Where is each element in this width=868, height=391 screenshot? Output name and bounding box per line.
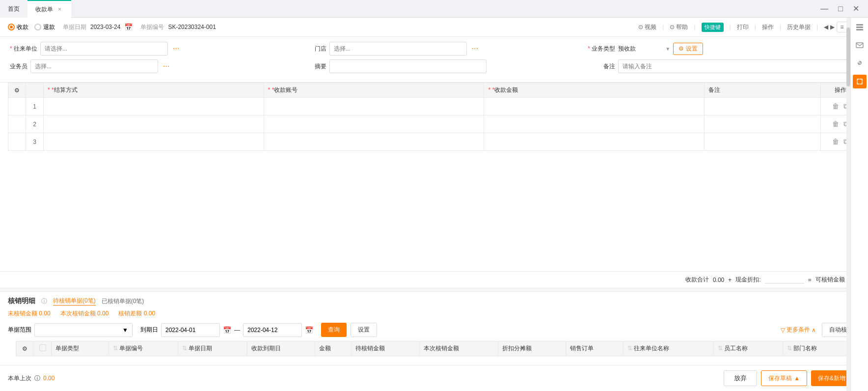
pending-tab[interactable]: 待核销单据(0笔) [53,297,96,306]
row-3-num: 3 [26,133,44,151]
close-btn[interactable]: ✕ [850,3,862,14]
col-department: ⇅ 部门名称 [783,341,852,356]
store-more-btn[interactable]: ··· [470,44,480,53]
date-to-value: 2022-04-12 [247,327,277,334]
summary-field: 摘要 [297,59,571,73]
next-btn[interactable]: ▶ [830,22,835,32]
col-note: 备注 [705,83,821,98]
row-2-note[interactable] [705,115,821,133]
counterparty-field: 往来单位 ··· [8,42,282,56]
range-select[interactable]: ▼ [34,323,133,337]
info-icon-footer[interactable]: ⓘ [34,374,40,383]
counterparty-label: 往来单位 [8,45,37,53]
sidebar-expand-icon[interactable] [853,75,867,88]
date-from-input[interactable]: 2022-04-01 [161,323,220,337]
abandon-btn[interactable]: 放弃 [724,370,757,386]
row-1-amount[interactable] [484,98,705,115]
row-2-delete-icon[interactable]: 🗑 [832,120,839,128]
date-from-value: 2022-04-01 [165,327,195,334]
form-row-2: 业务员 ··· 摘要 备注 [8,59,860,73]
tab-close[interactable]: × [56,0,63,19]
query-btn[interactable]: 查询 [321,323,347,337]
business-type-select[interactable]: 预收款 ▼ [618,45,670,53]
row-3-settlement[interactable] [44,133,264,151]
row-1-settlement[interactable] [44,98,264,115]
save-new-label: 保存&新增 [818,374,845,383]
discount-label: 现金折扣: [735,276,760,284]
tab-receipt[interactable]: 收款单 × [27,0,71,18]
prev-btn[interactable]: ◀ [824,22,828,32]
draft-chevron-icon: ▲ [794,375,800,382]
col-pending: 待核销金额 [352,341,420,356]
date-to-input[interactable]: 2022-04-12 [243,323,302,337]
radio-refund[interactable]: 退款 [34,23,55,31]
row-3-delete-icon[interactable]: 🗑 [832,138,839,145]
sidebar-link-icon[interactable] [854,57,866,69]
row-2-account[interactable] [264,115,484,133]
range-label: 单据范围 [8,326,31,334]
col-checkbox[interactable] [34,341,52,356]
counterparty-input[interactable] [40,42,168,56]
store-label: 门店 [297,45,326,53]
doc-date-calendar-icon[interactable]: 📅 [124,23,133,31]
total-value: 0.00 [713,277,724,283]
scrollbar-thumb[interactable] [846,28,850,86]
row-1-account[interactable] [264,98,484,115]
radio-receipt[interactable]: 收款 [8,23,28,31]
row-3-account[interactable] [264,133,484,151]
row-3-empty [8,133,26,151]
list-view-btn[interactable]: ≡ [837,22,847,32]
select-all-checkbox[interactable] [39,344,46,351]
draft-btn[interactable]: 保存草稿 ▲ [761,370,807,386]
business-type-field: 业务类型 预收款 ▼ ⚙ 设置 [586,43,860,55]
table-settings-col[interactable]: ⚙ [8,83,26,98]
staff-more-btn[interactable]: ··· [161,62,171,71]
scrollbar[interactable] [846,18,850,391]
row-2-settlement[interactable] [44,115,264,133]
note-input[interactable] [618,59,860,73]
print-btn[interactable]: 打印 [737,23,749,31]
settings-btn-2[interactable]: 设置 [351,323,377,337]
help-btn[interactable]: ⊙ 帮助 [670,23,688,31]
maximize-btn[interactable]: □ [835,3,846,14]
main-table-area: ⚙ *结算方式 *收款账号 *收款金额 备注 操作 1 [0,83,868,271]
tab-home[interactable]: 首页 [0,0,27,18]
verify-info-icon[interactable]: ⓘ [41,297,47,306]
staff-input[interactable] [30,59,158,73]
history-btn[interactable]: 历史单据 [787,23,811,31]
row-2-amount[interactable] [484,115,705,133]
shortcut-btn[interactable]: 快捷键 [702,23,724,32]
store-input[interactable] [329,42,467,56]
row-1-note[interactable] [705,98,821,115]
due-date-label: 到期日 [140,326,158,334]
col-settlement: *结算方式 [44,83,264,98]
table-row: 2 🗑 ⧉ [8,115,860,133]
minimize-btn[interactable]: — [817,3,831,14]
counterparty-more-btn[interactable]: ··· [171,44,181,53]
date-to-calendar-icon[interactable]: 📅 [305,326,313,334]
col-staff: ⇅ 员工名称 [714,341,783,356]
svg-rect-1 [856,27,863,28]
form-settings-btn[interactable]: ⚙ 设置 [673,43,703,55]
sidebar-email-icon[interactable] [854,39,866,51]
more-conditions-btn[interactable]: ▽ 更多条件 ∧ [781,326,816,334]
tab-receipt-label: 收款单 [35,0,53,18]
verify-stats: 未核销金额 0.00 本次核销金额 0.00 核销差额 0.00 [8,309,860,318]
verify-table: ⚙ 单据类型 ⇅ 单据编号 ⇅ 单据日期 收款到期日 金额 待核销金额 本次核销… [16,341,852,356]
row-1-delete-icon[interactable]: 🗑 [832,102,839,110]
net-label: 可核销金额 [815,276,845,284]
sidebar-table-icon[interactable] [854,22,866,33]
current-label: 本单上次 [8,374,31,383]
video-btn[interactable]: ⊙ 视频 [638,23,656,31]
row-3-amount[interactable] [484,133,705,151]
date-from-calendar-icon[interactable]: 📅 [223,326,231,334]
radio-receipt-circle [8,24,15,30]
row-3-note[interactable] [705,133,821,151]
doc-number-field: 单据编号 SK-20230324-001 [140,23,216,31]
bottom-settings-col[interactable]: ⚙ [16,341,34,356]
verified-tab[interactable]: 已核销单据(0笔) [102,297,144,306]
summary-input[interactable] [329,59,487,73]
discount-input[interactable] [765,276,804,283]
svg-rect-3 [856,43,863,48]
operation-btn[interactable]: 操作 [762,23,774,31]
